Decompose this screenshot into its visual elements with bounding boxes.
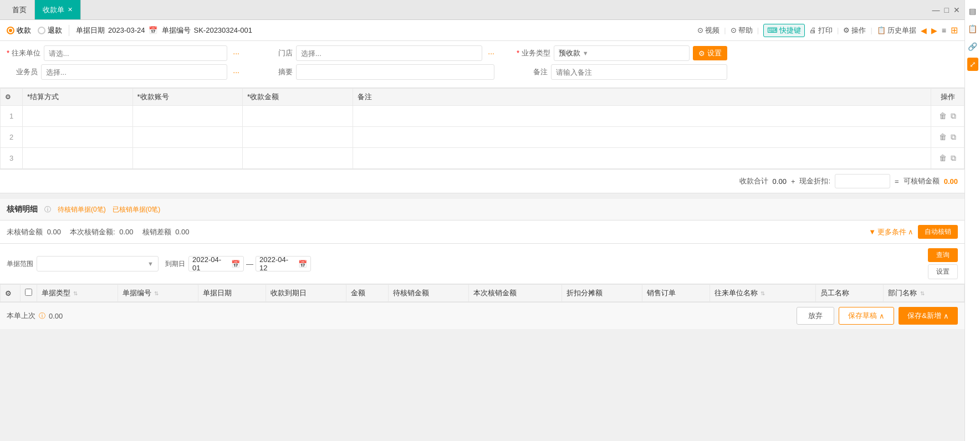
data-table: ⚙ *结算方式 *收款账号 *收款金额 备注 操作 1 🗑 xyxy=(0,88,964,169)
business-type-value: 预收款 xyxy=(559,48,580,58)
business-type-select[interactable]: 预收款 ▼ xyxy=(554,45,690,61)
amount-cell-1[interactable] xyxy=(243,106,353,127)
delete-row-2-btn[interactable]: 🗑 xyxy=(939,132,947,141)
select-all-checkbox[interactable] xyxy=(25,289,32,296)
account-cell-3[interactable] xyxy=(132,148,243,169)
store-more-btn[interactable]: ··· xyxy=(488,49,494,58)
gear-sub-icon[interactable]: ⚙ xyxy=(5,289,12,298)
close-button[interactable]: ✕ xyxy=(953,6,960,14)
writeoff-info-icon[interactable]: ⓘ xyxy=(44,205,51,214)
doc-date-label: 单据日期 xyxy=(76,25,105,35)
doc-type-sort-icon[interactable]: ⇅ xyxy=(73,290,78,296)
settings-label: 设置 xyxy=(707,48,722,58)
summary-input[interactable] xyxy=(296,64,494,80)
shortcut-action[interactable]: ⌨ 快捷键 xyxy=(763,24,805,37)
account-cell-2[interactable] xyxy=(132,127,243,148)
copy-row-3-btn[interactable]: ⧉ xyxy=(951,153,956,163)
close-tab-icon[interactable]: ✕ xyxy=(68,6,73,13)
filter-settings-btn[interactable]: 设置 xyxy=(928,264,958,279)
settings-icon: ⚙ xyxy=(698,49,705,58)
checkbox-header: ⚙ xyxy=(1,285,21,302)
settlement-cell-3[interactable] xyxy=(23,148,133,169)
remark-cell-2[interactable] xyxy=(353,127,931,148)
refund-radio[interactable]: 退款 xyxy=(38,25,62,35)
help-action[interactable]: ⊙ 帮助 xyxy=(731,25,753,35)
receipt-radio-dot xyxy=(7,27,14,34)
date-to-input[interactable]: 2022-04-12 📅 xyxy=(256,256,311,271)
dept-sub-header: 部门名称 ⇅ xyxy=(884,285,964,302)
amount-cell-2[interactable] xyxy=(243,127,353,148)
minimize-button[interactable]: — xyxy=(932,6,940,14)
receipt-radio-label: 收款 xyxy=(17,25,31,35)
copy-row-1-btn[interactable]: ⧉ xyxy=(951,111,956,121)
doc-date-field: 单据日期 2023-03-24 📅 xyxy=(76,25,157,35)
chevron-right-icon[interactable]: ▶ xyxy=(931,26,937,35)
summary-field: 摘要 xyxy=(262,64,494,80)
more-filter-btn[interactable]: ▼ 更多条件 ∧ xyxy=(869,227,913,237)
operation-icon: ⚙ xyxy=(843,26,850,34)
print-action[interactable]: 🖨 打印 xyxy=(809,25,833,35)
chevron-left-icon[interactable]: ◀ xyxy=(921,26,927,35)
layout-grid-icon[interactable]: ⊞ xyxy=(951,25,958,35)
save-draft-button[interactable]: 保存草稿 ∧ xyxy=(839,307,894,325)
store-input[interactable] xyxy=(296,45,482,61)
account-header: *收款账号 xyxy=(132,89,243,106)
save-new-button[interactable]: 保存&新增 ∧ xyxy=(899,307,958,325)
auto-writeoff-btn[interactable]: 自动核销 xyxy=(918,225,958,239)
link-icon[interactable]: 🔗 xyxy=(966,40,979,53)
row-num-2: 2 xyxy=(1,127,23,148)
settlement-cell-2[interactable] xyxy=(23,127,133,148)
doc-icon[interactable]: 📋 xyxy=(966,22,979,35)
calendar-icon[interactable]: 📅 xyxy=(149,26,157,34)
settlement-cell-1[interactable] xyxy=(23,106,133,127)
form-row-1: 往来单位 ··· 门店 ··· 业务类型 预收款 ▼ ⚙ 设置 xyxy=(7,45,958,61)
date-from-input[interactable]: 2022-04-01 📅 xyxy=(188,256,244,271)
discount-input[interactable] xyxy=(835,174,890,188)
settings-button[interactable]: ⚙ 设置 xyxy=(693,46,727,60)
operation-action[interactable]: ⚙ 操作 xyxy=(843,25,866,35)
toolbar-right: ⊙ 视频 | ⊙ 帮助 | ⌨ 快捷键 🖨 打印 | ⚙ 操作 | xyxy=(697,24,958,37)
dept-sort-icon[interactable]: ⇅ xyxy=(920,290,925,296)
query-button[interactable]: 查询 xyxy=(928,248,958,262)
range-select[interactable]: ▼ xyxy=(37,256,159,271)
history-action[interactable]: 📋 历史单据 xyxy=(877,25,916,35)
table-icon[interactable]: ▤ xyxy=(967,4,978,18)
remark-cell-3[interactable] xyxy=(353,148,931,169)
account-cell-1[interactable] xyxy=(132,106,243,127)
remark-input[interactable] xyxy=(551,64,727,80)
tab-home[interactable]: 首页 xyxy=(4,0,35,19)
layout-lines-icon[interactable]: ≡ xyxy=(942,26,946,35)
staff-input[interactable] xyxy=(41,64,227,80)
amount-cell-3[interactable] xyxy=(243,148,353,169)
abandon-button[interactable]: 放弃 xyxy=(797,307,834,325)
footer-info-icon[interactable]: ⓘ xyxy=(39,311,45,321)
store-label: 门店 xyxy=(262,48,293,58)
staff-more-btn[interactable]: ··· xyxy=(233,68,239,76)
expand-icon[interactable]: ⤢ xyxy=(967,58,978,71)
delete-row-3-btn[interactable]: 🗑 xyxy=(939,153,947,162)
video-action[interactable]: ⊙ 视频 xyxy=(697,25,719,35)
equals-sign: = xyxy=(895,177,899,186)
delete-row-1-btn[interactable]: 🗑 xyxy=(939,111,947,120)
done-tab[interactable]: 已核销单据(0笔) xyxy=(113,205,161,214)
maximize-button[interactable]: □ xyxy=(945,6,949,14)
counterparty-input[interactable] xyxy=(44,45,228,61)
settlement-header: *结算方式 xyxy=(23,89,133,106)
help-label: 帮助 xyxy=(738,25,753,35)
pending-tab[interactable]: 待核销单据(0笔) xyxy=(58,205,106,214)
shortcut-icon: ⌨ xyxy=(767,26,778,34)
counterparty-sort-icon[interactable]: ⇅ xyxy=(760,290,765,296)
right-sidebar: ▤ 📋 🔗 ⤢ xyxy=(964,0,980,441)
copy-row-2-btn[interactable]: ⧉ xyxy=(951,132,956,142)
amount-sub-header: 金额 xyxy=(346,285,389,302)
staff-field: 业务员 ··· xyxy=(7,64,239,80)
video-label: 视频 xyxy=(705,25,719,35)
print-icon: 🖨 xyxy=(809,26,816,34)
discount-label: 现金折扣: xyxy=(799,176,830,186)
remark-cell-1[interactable] xyxy=(353,106,931,127)
receipt-radio[interactable]: 收款 xyxy=(7,25,31,35)
table-gear-header[interactable]: ⚙ xyxy=(1,89,23,106)
counterparty-more-btn[interactable]: ··· xyxy=(233,49,239,58)
tab-receipt[interactable]: 收款单 ✕ xyxy=(35,0,81,19)
doc-no-sort-icon[interactable]: ⇅ xyxy=(154,290,159,296)
